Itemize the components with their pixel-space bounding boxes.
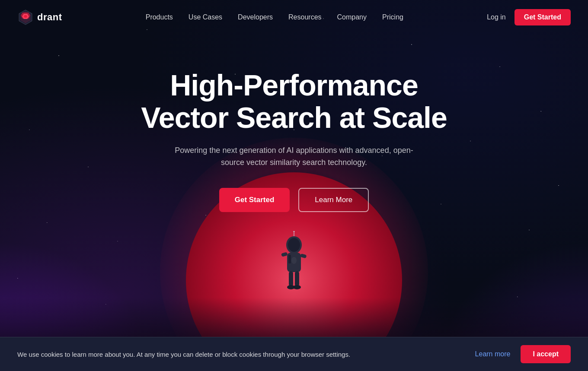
nav-item-company[interactable]: Company: [337, 13, 367, 21]
nav-links: Products Use Cases Developers Resources …: [146, 13, 403, 21]
nav-link-company[interactable]: Company: [337, 13, 367, 21]
get-started-hero-button[interactable]: Get Started: [219, 188, 290, 212]
svg-point-1: [293, 231, 295, 232]
logo-icon: [17, 9, 34, 25]
hero-section: High-Performance Vector Search at Scale …: [0, 35, 588, 212]
nav-item-products[interactable]: Products: [146, 13, 173, 21]
cookie-accept-button[interactable]: I accept: [521, 345, 571, 363]
svg-rect-7: [300, 254, 307, 258]
nav-item-pricing[interactable]: Pricing: [382, 13, 403, 21]
login-button[interactable]: Log in: [487, 13, 506, 21]
cookie-banner: We use cookies to learn more about you. …: [0, 337, 588, 371]
svg-rect-9: [295, 271, 299, 286]
logo[interactable]: drant: [17, 9, 62, 25]
cookie-learn-more-button[interactable]: Learn more: [475, 350, 511, 358]
hero-subtitle: Powering the next generation of AI appli…: [173, 144, 415, 169]
hero-buttons: Get Started Learn More: [0, 188, 588, 212]
nav-item-developers[interactable]: Developers: [238, 13, 273, 21]
logo-text: drant: [37, 12, 62, 23]
svg-rect-5: [288, 255, 291, 263]
nav-item-resources[interactable]: Resources: [288, 13, 321, 21]
navbar: drant Products Use Cases Developers Reso…: [0, 0, 588, 35]
svg-point-3: [288, 238, 300, 252]
nav-item-use-cases[interactable]: Use Cases: [189, 13, 222, 21]
svg-rect-8: [289, 271, 293, 286]
learn-more-button[interactable]: Learn More: [298, 188, 369, 212]
svg-point-11: [293, 285, 301, 289]
nav-link-resources[interactable]: Resources: [288, 13, 321, 21]
nav-link-products[interactable]: Products: [146, 13, 173, 21]
hero-title: High-Performance Vector Search at Scale: [125, 69, 463, 134]
nav-link-pricing[interactable]: Pricing: [382, 13, 403, 21]
astronaut-illustration: [277, 231, 311, 302]
nav-actions: Log in Get Started: [487, 9, 571, 25]
svg-point-12: [291, 257, 297, 264]
nav-link-use-cases[interactable]: Use Cases: [189, 13, 222, 21]
nav-link-developers[interactable]: Developers: [238, 13, 273, 21]
get-started-nav-button[interactable]: Get Started: [514, 9, 571, 25]
cookie-text: We use cookies to learn more about you. …: [17, 351, 458, 358]
cookie-actions: Learn more I accept: [475, 345, 571, 363]
svg-rect-6: [281, 252, 288, 257]
